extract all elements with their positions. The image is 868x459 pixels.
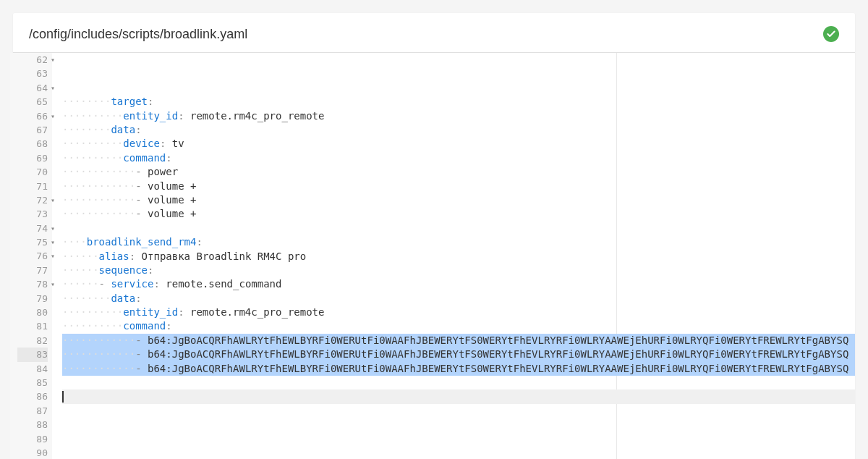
code-line[interactable] [62,418,855,431]
code-line[interactable]: ··········device: tv [62,137,855,151]
line-number[interactable]: 89 [17,432,48,446]
code-editor[interactable]: 6263646566676869707172737475767778798081… [10,53,855,459]
code-line[interactable]: ··········command: [62,319,855,333]
status-ok-icon [823,26,839,42]
line-number[interactable]: 75 [17,235,48,249]
code-line[interactable]: ············- volume + [62,193,855,207]
line-number[interactable]: 68 [17,137,48,151]
line-number[interactable]: 73 [17,207,48,221]
code-line[interactable] [62,432,855,446]
line-number[interactable]: 83 [17,348,48,361]
line-number[interactable]: 86 [17,389,48,403]
line-number[interactable]: 63 [17,67,48,80]
line-number[interactable]: 66 [17,109,48,123]
code-line[interactable]: ··········entity_id: remote.rm4c_pro_rem… [62,109,855,123]
code-line[interactable]: ······sequence: [62,264,855,277]
line-number[interactable]: 64 [17,81,48,95]
code-line[interactable]: ··········entity_id: remote.rm4c_pro_rem… [62,306,855,319]
line-number[interactable]: 62 [17,53,48,67]
line-number[interactable]: 69 [17,151,48,165]
code-line[interactable]: ······alias: Отправка Broadlink RM4C pro [62,250,855,264]
line-number-gutter[interactable]: 6263646566676869707172737475767778798081… [10,53,52,459]
code-line[interactable] [62,389,855,403]
line-number[interactable]: 72 [17,193,48,207]
code-line[interactable]: ········data: [62,123,855,137]
line-number[interactable]: 67 [17,123,48,137]
line-number[interactable]: 85 [17,376,48,389]
line-number[interactable]: 76 [17,249,48,263]
code-line[interactable]: ············- power [62,165,855,179]
line-number[interactable]: 84 [17,362,48,376]
line-number[interactable]: 81 [17,319,48,333]
code-line[interactable]: ··········command: [62,151,855,165]
code-line[interactable] [62,222,855,235]
line-number[interactable]: 78 [17,277,48,291]
file-path[interactable]: /config/includes/scripts/broadlink.yaml [29,27,247,42]
line-number[interactable]: 74 [17,222,48,235]
code-line[interactable] [62,404,855,418]
code-line[interactable]: ············- volume + [62,207,855,221]
code-line[interactable] [62,376,855,389]
code-line[interactable]: ······- service: remote.send_command [62,277,855,291]
line-number[interactable]: 90 [17,446,48,459]
line-number[interactable]: 82 [17,334,48,348]
line-number[interactable]: 77 [17,264,48,277]
code-line[interactable]: ············- b64:JgBoACQRFhAWLRYtFhEWLB… [62,334,855,348]
line-number[interactable]: 70 [17,165,48,179]
line-number[interactable]: 79 [17,292,48,306]
editor-container: /config/includes/scripts/broadlink.yaml … [13,13,855,459]
line-number[interactable]: 65 [17,95,48,109]
code-line[interactable]: ········data: [62,292,855,306]
code-line[interactable]: ············- volume + [62,180,855,193]
line-number[interactable]: 80 [17,306,48,319]
line-number[interactable]: 71 [17,180,48,193]
code-line[interactable]: ············- b64:JgBoACQRFhAWLRYtFhEWLB… [62,348,855,361]
code-line[interactable]: ········target: [62,95,855,109]
text-cursor [62,391,64,403]
code-line[interactable]: ····broadlink_send_rm4: [62,235,855,249]
code-content[interactable]: ········target:··········entity_id: remo… [52,53,855,459]
code-line[interactable]: ············- b64:JgBoACQRFhAWLRYtFhEWLB… [62,362,855,376]
line-number[interactable]: 87 [17,404,48,418]
line-number[interactable]: 88 [17,418,48,431]
code-line[interactable] [62,446,855,459]
editor-header: /config/includes/scripts/broadlink.yaml [13,13,855,53]
